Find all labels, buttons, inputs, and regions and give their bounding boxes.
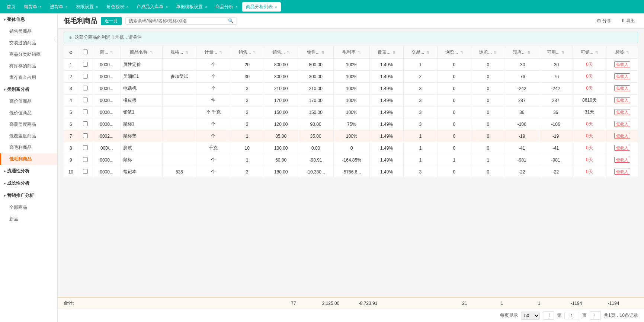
nav-close-analysis[interactable]: × [236,5,238,9]
sort-icon-gross[interactable]: ⇅ [358,50,361,54]
page-input[interactable] [564,312,579,319]
cell-browse1[interactable]: 0 [437,130,471,142]
cell-checkbox[interactable] [78,59,93,71]
nav-item-permission[interactable]: 权限设置 × [72,2,102,12]
sidebar-group-flow[interactable]: ▸ 流通性分析 [0,165,57,177]
sort-icon-trades[interactable]: ⇅ [426,50,429,54]
sidebar-item-high-coverage[interactable]: 高覆盖度商品 [0,119,57,130]
nav-close-product-in[interactable]: × [166,5,168,9]
period-button[interactable]: 近一月 [101,17,122,25]
cell-spec [162,106,196,118]
sort-icon-name[interactable]: ⇅ [150,50,153,54]
row-checkbox[interactable] [83,86,88,90]
row-checkbox[interactable] [83,74,88,79]
select-all-checkbox[interactable] [83,50,88,54]
sidebar-item-low-coverage[interactable]: 低覆盖度商品 [0,130,57,142]
cell-trades: 3 [403,106,437,118]
nav-item-role[interactable]: 角色授权 × [103,2,132,12]
sidebar-item-high-value[interactable]: 高价值商品 [0,96,57,107]
cell-checkbox[interactable] [78,71,93,83]
nav-close-role[interactable]: × [126,5,129,9]
sort-icon-coverage[interactable]: ⇅ [393,50,395,54]
nav-item-home[interactable]: 首页 [3,2,19,12]
row-checkbox[interactable] [83,109,88,114]
cell-tag: 低收入 [606,142,638,154]
row-checkbox[interactable] [83,98,88,102]
sidebar-group-category[interactable]: ▾ 类别富分析 [0,83,57,96]
nav-item-product-in[interactable]: 产成品入库单 × [133,2,172,12]
sidebar-item-stocked-goods[interactable]: 有库存的商品 [0,60,57,72]
sort-icon-tag[interactable]: ⇅ [626,50,629,54]
sidebar-item-low-margin[interactable]: 低毛利商品 [0,153,57,165]
nav-close-permission[interactable]: × [96,5,98,9]
nav-item-sales[interactable]: 销货单 × [20,2,45,12]
cell-browse1[interactable]: 0 [437,166,471,178]
sidebar-item-stock-capital[interactable]: 库存资金占用 [0,72,57,83]
cell-browse1[interactable]: 0 [437,71,471,83]
sidebar-item-all-goods[interactable]: 全部商品 [0,202,57,213]
sidebar-item-new-goods[interactable]: 新品 [0,213,57,225]
per-page-select[interactable]: 50 100 200 [521,312,540,320]
row-checkbox[interactable] [83,121,88,126]
sort-icon-amount[interactable]: ⇅ [321,50,324,54]
nav-item-template[interactable]: 单据模板设置 × [172,2,211,12]
cell-browse1[interactable]: 0 [437,95,471,106]
row-checkbox[interactable] [83,133,88,138]
sort-icon-code[interactable]: ⇅ [110,50,113,54]
cell-checkbox[interactable] [78,83,93,95]
cell-browse1[interactable]: 1 [437,154,471,166]
sort-icon-qty[interactable]: ⇅ [253,50,256,54]
sort-icon-browse1[interactable]: ⇅ [460,50,463,54]
sort-icon-browse2[interactable]: ⇅ [494,50,497,54]
search-input[interactable] [129,18,227,23]
cell-checkbox[interactable] [78,106,93,118]
row-checkbox[interactable] [83,169,88,174]
table-container[interactable]: ⚙ 商... ⇅ 商品名称 ⇅ 规格... ⇅ 计量... ⇅ 销售... ⇅ … [64,46,638,297]
cell-browse1[interactable]: 0 [437,59,471,71]
col-settings[interactable]: ⚙ [64,46,78,59]
nav-close-purchase[interactable]: × [65,5,68,9]
sidebar-item-category-rate[interactable]: 商品分类助销率 [0,49,57,60]
cell-browse1[interactable]: 0 [437,83,471,95]
sidebar-group-marketing[interactable]: ▾ 营销推广分析 [0,189,57,202]
cell-checkbox[interactable] [78,142,93,154]
nav-item-analysis[interactable]: 商品分析 × [212,2,241,12]
cell-checkbox[interactable] [78,130,93,142]
cell-checkbox[interactable] [78,95,93,106]
cell-checkbox[interactable] [78,118,93,130]
cell-price: 170.00 [264,95,298,106]
sidebar-group-overall[interactable]: ▾ 整体信息 [0,13,57,26]
sort-icon-price[interactable]: ⇅ [287,50,290,54]
sidebar-item-sales-goods[interactable]: 销售类商品 [0,26,57,37]
nav-close-template[interactable]: × [205,5,207,9]
row-checkbox[interactable] [83,62,88,67]
sort-icon-saleable[interactable]: ⇅ [595,50,598,54]
cell-browse1[interactable]: 0 [437,142,471,154]
nav-item-purchase[interactable]: 进货单 × [46,2,71,12]
search-icon[interactable]: 🔍 [228,18,234,23]
next-page-btn[interactable]: 〉 [590,311,601,320]
cell-browse1[interactable]: 0 [437,106,471,118]
sidebar-group-growth[interactable]: ▸ 成长性分析 [0,177,57,189]
sort-icon-avail[interactable]: ⇅ [561,50,564,54]
sort-icon-spec[interactable]: ⇅ [185,50,188,54]
nav-close-analysis-list[interactable]: × [275,5,277,9]
nav-close-sales[interactable]: × [39,5,42,9]
cell-trades: 3 [403,118,437,130]
export-button[interactable]: ⬆ 导出 [618,17,638,25]
nav-item-analysis-list[interactable]: 商品分析列表 × [242,2,281,12]
sort-icon-stock[interactable]: ⇅ [528,50,531,54]
cell-checkbox[interactable] [78,166,93,178]
col-checkbox-header[interactable] [78,46,93,59]
cell-price: 100.00 [264,142,298,154]
cell-browse1[interactable]: 0 [437,118,471,130]
share-button[interactable]: ⊞ 分享 [594,17,614,25]
prev-page-btn[interactable]: 〈 [543,311,554,320]
sidebar-item-low-value[interactable]: 低价值商品 [0,107,57,119]
cell-checkbox[interactable] [78,154,93,166]
row-checkbox[interactable] [83,145,88,150]
row-checkbox[interactable] [83,157,88,162]
sort-icon-unit[interactable]: ⇅ [219,50,222,54]
sidebar-item-traded-goods[interactable]: 交易过的商品 [0,37,57,49]
sidebar-item-high-margin[interactable]: 高毛利商品 [0,142,57,153]
